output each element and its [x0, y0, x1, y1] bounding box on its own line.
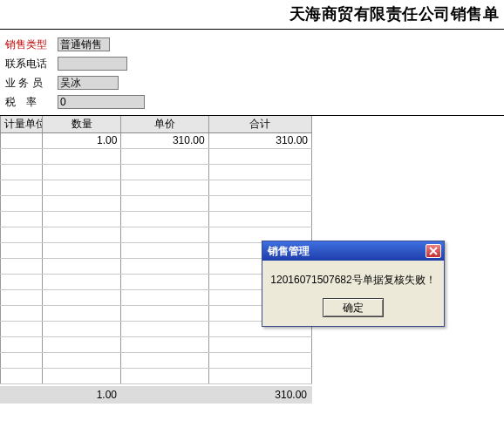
cell-total[interactable]: 310.00 [208, 132, 311, 148]
cell-unit[interactable] [1, 274, 43, 289]
cell-qty[interactable] [43, 274, 121, 289]
col-price[interactable]: 单价 [121, 116, 208, 132]
cell-unit[interactable] [1, 305, 43, 321]
header-row: 计量单位 数量 单价 合计 [1, 116, 312, 132]
contact-phone-field[interactable] [58, 57, 127, 71]
dialog-message: 12016071507682号单据复核失败！ [269, 273, 437, 288]
cell-price[interactable] [121, 305, 208, 321]
table-row[interactable] [1, 211, 312, 227]
dialog-titlebar[interactable]: 销售管理 [262, 241, 444, 261]
tax-rate-label: 税 率 [5, 95, 58, 110]
title-text: 天海商贸有限责任公司销售单 [289, 5, 500, 23]
table-row[interactable] [1, 164, 312, 180]
table-row[interactable] [1, 195, 312, 211]
cell-total[interactable] [208, 164, 311, 180]
cell-qty[interactable] [43, 336, 121, 352]
cell-unit[interactable] [1, 148, 43, 164]
tax-rate-field[interactable]: 0 [58, 95, 145, 109]
cell-price[interactable] [121, 195, 208, 211]
cell-total[interactable] [208, 336, 311, 352]
dialog-title-text: 销售管理 [268, 244, 310, 259]
table-row[interactable] [1, 148, 312, 164]
salesman-field[interactable]: 吴冰 [58, 76, 119, 90]
col-unit[interactable]: 计量单位 [1, 116, 43, 132]
cell-qty[interactable] [43, 164, 121, 180]
cell-price[interactable] [121, 227, 208, 242]
table-row[interactable]: 1.00310.00310.00 [1, 132, 312, 148]
cell-total[interactable] [208, 368, 311, 383]
cell-total[interactable] [208, 148, 311, 164]
cell-unit[interactable] [1, 227, 43, 242]
totals-total: 310.00 [208, 386, 310, 404]
cell-unit[interactable] [1, 211, 43, 227]
cell-unit[interactable] [1, 258, 43, 274]
ok-button[interactable]: 确定 [323, 298, 384, 317]
cell-unit[interactable] [1, 180, 43, 195]
cell-price[interactable] [121, 352, 208, 368]
cell-unit[interactable] [1, 164, 43, 180]
cell-qty[interactable] [43, 211, 121, 227]
cell-total[interactable] [208, 211, 311, 227]
cell-unit[interactable] [1, 242, 43, 258]
cell-qty[interactable] [43, 180, 121, 195]
cell-qty[interactable] [43, 148, 121, 164]
cell-price[interactable] [121, 211, 208, 227]
cell-total[interactable] [208, 195, 311, 211]
cell-unit[interactable] [1, 195, 43, 211]
cell-price[interactable] [121, 180, 208, 195]
cell-price[interactable] [121, 274, 208, 289]
cell-price[interactable] [121, 289, 208, 305]
cell-qty[interactable] [43, 242, 121, 258]
table-row[interactable] [1, 336, 312, 352]
contact-phone-label: 联系电话 [5, 57, 58, 71]
table-row[interactable] [1, 180, 312, 195]
col-total[interactable]: 合计 [208, 116, 311, 132]
cell-total[interactable] [208, 180, 311, 195]
col-qty[interactable]: 数量 [43, 116, 121, 132]
totals-qty: 1.00 [42, 386, 120, 404]
cell-qty[interactable] [43, 195, 121, 211]
sale-type-label: 销售类型 [5, 37, 58, 52]
cell-qty[interactable] [43, 258, 121, 274]
cell-qty[interactable] [43, 305, 121, 321]
cell-unit[interactable] [1, 321, 43, 336]
form-area: 销售类型 普通销售 联系电话 业 务 员 吴冰 税 率 0 [0, 30, 504, 115]
close-icon[interactable] [426, 244, 441, 258]
cell-qty[interactable] [43, 321, 121, 336]
salesman-label: 业 务 员 [5, 76, 58, 91]
cell-unit[interactable] [1, 352, 43, 368]
cell-qty[interactable] [43, 352, 121, 368]
cell-total[interactable] [208, 352, 311, 368]
cell-unit[interactable] [1, 132, 43, 148]
cell-price[interactable] [121, 368, 208, 383]
sale-type-field[interactable]: 普通销售 [58, 37, 110, 51]
cell-qty[interactable] [43, 368, 121, 383]
cell-unit[interactable] [1, 368, 43, 383]
cell-qty[interactable] [43, 227, 121, 242]
cell-price[interactable] [121, 164, 208, 180]
cell-unit[interactable] [1, 336, 43, 352]
cell-price[interactable]: 310.00 [121, 132, 208, 148]
cell-qty[interactable]: 1.00 [43, 132, 121, 148]
cell-price[interactable] [121, 258, 208, 274]
cell-price[interactable] [121, 321, 208, 336]
cell-price[interactable] [121, 336, 208, 352]
cell-unit[interactable] [1, 289, 43, 305]
table-row[interactable] [1, 352, 312, 368]
totals-row: 1.00 310.00 [0, 386, 312, 404]
alert-dialog: 销售管理 12016071507682号单据复核失败！ 确定 [262, 241, 445, 327]
cell-price[interactable] [121, 148, 208, 164]
cell-price[interactable] [121, 242, 208, 258]
page-title: 天海商贸有限责任公司销售单 [0, 0, 504, 30]
cell-qty[interactable] [43, 289, 121, 305]
table-row[interactable] [1, 368, 312, 383]
